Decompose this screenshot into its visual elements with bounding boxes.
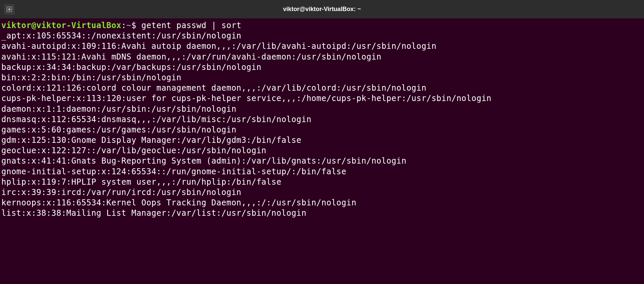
window-title: viktor@viktor-VirtualBox: ~: [0, 5, 644, 13]
output-line: games:x:5:60:games:/usr/games:/usr/sbin/…: [1, 125, 643, 135]
output-line: bin:x:2:2:bin:/bin:/usr/sbin/nologin: [1, 73, 643, 83]
terminal-area[interactable]: viktor@viktor-VirtualBox:~$ getent passw…: [0, 18, 644, 221]
output-line: avahi:x:115:121:Avahi mDNS daemon,,,:/va…: [1, 52, 643, 62]
command-text: getent passwd | sort: [142, 21, 242, 30]
output-line: dnsmasq:x:112:65534:dnsmasq,,,:/var/lib/…: [1, 114, 643, 125]
new-tab-button[interactable]: [3, 3, 15, 15]
output-container: _apt:x:105:65534::/nonexistent:/usr/sbin…: [1, 31, 643, 218]
output-line: avahi-autoipd:x:109:116:Avahi autoip dae…: [1, 41, 643, 52]
prompt-path: ~: [126, 21, 131, 30]
titlebar: viktor@viktor-VirtualBox: ~: [0, 0, 644, 18]
prompt-user-host: viktor@viktor-VirtualBox: [1, 21, 121, 30]
output-line: geoclue:x:122:127::/var/lib/geoclue:/usr…: [1, 146, 643, 156]
output-line: gdm:x:125:130:Gnome Display Manager:/var…: [1, 135, 643, 146]
output-line: gnats:x:41:41:Gnats Bug-Reporting System…: [1, 156, 643, 166]
output-line: backup:x:34:34:backup:/var/backups:/usr/…: [1, 62, 643, 73]
prompt-dollar: $: [131, 21, 142, 30]
output-line: irc:x:39:39:ircd:/var/run/ircd:/usr/sbin…: [1, 187, 643, 198]
prompt-line: viktor@viktor-VirtualBox:~$ getent passw…: [1, 20, 643, 31]
output-line: kernoops:x:116:65534:Kernel Oops Trackin…: [1, 198, 643, 208]
output-line: daemon:x:1:1:daemon:/usr/sbin:/usr/sbin/…: [1, 104, 643, 114]
new-tab-icon: [6, 6, 13, 13]
output-line: list:x:38:38:Mailing List Manager:/var/l…: [1, 208, 643, 218]
prompt-colon: :: [121, 21, 126, 30]
output-line: _apt:x:105:65534::/nonexistent:/usr/sbin…: [1, 31, 643, 41]
output-line: hplip:x:119:7:HPLIP system user,,,:/run/…: [1, 177, 643, 187]
output-line: gnome-initial-setup:x:124:65534::/run/gn…: [1, 167, 643, 177]
output-line: cups-pk-helper:x:113:120:user for cups-p…: [1, 93, 643, 104]
output-line: colord:x:121:126:colord colour managemen…: [1, 83, 643, 93]
